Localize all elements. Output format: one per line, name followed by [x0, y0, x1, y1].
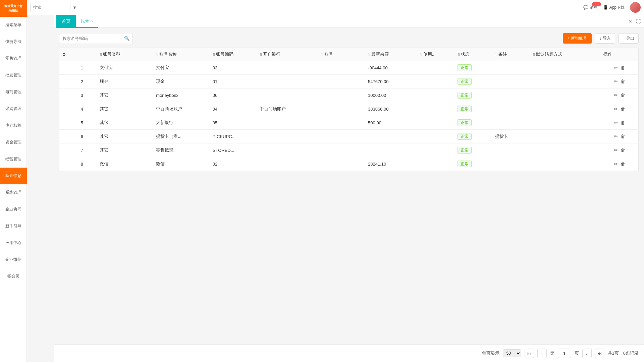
- row-account: [318, 61, 365, 75]
- tab-home[interactable]: 首页: [56, 15, 76, 28]
- row-bank: [257, 61, 318, 75]
- row-bank: [257, 116, 318, 130]
- tab-home-label: 首页: [62, 18, 70, 24]
- user-avatar[interactable]: [630, 2, 641, 13]
- app-download-label: App下载: [609, 5, 625, 10]
- search-button[interactable]: 🔍: [121, 36, 132, 41]
- delete-button[interactable]: 🗑: [620, 78, 626, 85]
- sidebar-item-system-mgmt[interactable]: 系统管理: [0, 184, 27, 201]
- sidebar-item-inventory[interactable]: 库存核算: [0, 117, 27, 134]
- row-remark: [492, 102, 530, 116]
- delete-button[interactable]: 🗑: [620, 64, 626, 71]
- row-code: 01: [210, 75, 257, 88]
- delete-button[interactable]: 🗑: [620, 92, 626, 99]
- edit-button[interactable]: ✏: [613, 106, 619, 112]
- row-default-settle: [530, 61, 601, 75]
- tab-close-icon[interactable]: ×: [91, 19, 93, 23]
- sidebar-item-wholesale-mgmt[interactable]: 批发管理: [0, 67, 27, 84]
- edit-button[interactable]: ✏: [613, 133, 619, 140]
- th-usage[interactable]: ⇅使用...: [417, 48, 455, 61]
- sidebar-item-retail-mgmt[interactable]: 零售管理: [0, 50, 27, 67]
- page-size-select[interactable]: 50 100: [503, 349, 521, 357]
- row-account: [318, 157, 365, 171]
- th-balance[interactable]: ⇅最新余额: [365, 48, 417, 61]
- sidebar-item-quick-nav[interactable]: 快捷导航: [0, 34, 27, 50]
- search-input[interactable]: [59, 34, 121, 43]
- app-download-button[interactable]: 📱 App下载: [603, 5, 625, 10]
- delete-button[interactable]: 🗑: [620, 147, 626, 154]
- tab-account[interactable]: 账号 ×: [76, 15, 98, 28]
- row-balance: [365, 143, 417, 157]
- delete-button[interactable]: 🗑: [620, 106, 626, 112]
- edit-button[interactable]: ✏: [613, 64, 619, 71]
- row-actions: ✏ 🗑: [601, 130, 638, 143]
- sidebar-item-member[interactable]: 畅会员: [0, 268, 27, 285]
- row-account: [318, 116, 365, 130]
- edit-button[interactable]: ✏: [613, 147, 619, 154]
- page-number-input[interactable]: [558, 349, 571, 358]
- last-page-button[interactable]: ⏭: [595, 349, 604, 358]
- import-button[interactable]: ↓ 导入: [595, 33, 615, 44]
- sidebar-item-new-guide[interactable]: 新手引导: [0, 218, 27, 235]
- sidebar-item-capital-mgmt[interactable]: 资金管理: [0, 134, 27, 151]
- row-bank: 中百商场账户: [257, 102, 318, 116]
- th-action: 操作: [601, 48, 638, 61]
- th-settings[interactable]: ⚙: [59, 48, 78, 61]
- row-account: [318, 130, 365, 143]
- row-bank: [257, 75, 318, 88]
- row-code: 06: [210, 88, 257, 102]
- sidebar-item-purchase-mgmt[interactable]: 采购管理: [0, 101, 27, 117]
- edit-button[interactable]: ✏: [613, 92, 619, 99]
- export-button[interactable]: ↑ 导出: [619, 33, 639, 44]
- delete-button[interactable]: 🗑: [620, 161, 626, 167]
- th-account[interactable]: ⇅账号: [318, 48, 365, 61]
- next-page-button[interactable]: ›: [582, 349, 592, 358]
- th-default-settle[interactable]: ⇅默认结算方式: [530, 48, 601, 61]
- row-remark: [492, 157, 530, 171]
- app-icon: 📱: [603, 5, 608, 10]
- row-type: 微信: [97, 157, 153, 171]
- sidebar: 畅捷通好生意 乐惠版 搜索菜单 快捷导航 零售管理 批发管理 电商管理 采购管理…: [0, 0, 27, 362]
- sidebar-item-enterprise-wechat[interactable]: 企业微信: [0, 251, 27, 268]
- row-usage: [417, 116, 455, 130]
- add-account-button[interactable]: + 新增账号: [563, 33, 592, 44]
- sidebar-item-enterprise-agreement[interactable]: 企业协同: [0, 201, 27, 218]
- row-num: 7: [78, 143, 97, 157]
- row-type: 支付宝: [97, 61, 153, 75]
- maximize-window-button[interactable]: ⛶: [635, 18, 641, 25]
- row-name: 零售抵现: [153, 143, 210, 157]
- topbar-search-input[interactable]: [30, 3, 70, 12]
- th-status[interactable]: ⇅状态: [455, 48, 492, 61]
- first-page-button[interactable]: ⏮: [525, 349, 534, 358]
- row-usage: [417, 75, 455, 88]
- sidebar-item-ops-mgmt[interactable]: 经营管理: [0, 151, 27, 168]
- sidebar-item-basic-info[interactable]: 基础信息: [0, 168, 27, 184]
- th-remark[interactable]: ⇅备注: [492, 48, 530, 61]
- message-button[interactable]: 💬 消息 99+: [583, 5, 598, 10]
- edit-button[interactable]: ✏: [613, 78, 619, 85]
- row-bank: [257, 143, 318, 157]
- edit-button[interactable]: ✏: [613, 119, 619, 126]
- page-size-label: 每页显示: [482, 350, 499, 356]
- topbar-right: 💬 消息 99+ 📱 App下载: [583, 2, 641, 13]
- sidebar-item-app-center[interactable]: 应用中心: [0, 235, 27, 251]
- row-account: [318, 88, 365, 102]
- row-actions: ✏ 🗑: [601, 116, 638, 130]
- row-code: PICKUPC...: [210, 130, 257, 143]
- th-bank[interactable]: ⇅开户银行: [257, 48, 318, 61]
- close-window-button[interactable]: ×: [628, 18, 633, 25]
- sidebar-item-ecommerce-mgmt[interactable]: 电商管理: [0, 84, 27, 101]
- topbar-dropdown-icon[interactable]: ▼: [72, 5, 77, 10]
- prev-page-button[interactable]: ‹: [537, 349, 547, 358]
- th-code[interactable]: ⇅账号编码: [210, 48, 257, 61]
- delete-button[interactable]: 🗑: [620, 119, 626, 126]
- delete-button[interactable]: 🗑: [620, 133, 626, 140]
- edit-button[interactable]: ✏: [613, 161, 619, 167]
- th-name[interactable]: ⇅账号名称: [153, 48, 210, 61]
- content-area: 🔍 + 新增账号 ↓ 导入 ↑ 导出 ⚙ ⇅账号类型: [54, 28, 644, 344]
- th-type[interactable]: ⇅账号类型: [97, 48, 153, 61]
- sidebar-item-search-menu[interactable]: 搜索菜单: [0, 17, 27, 34]
- row-code: 02: [210, 157, 257, 171]
- row-type: 其它: [97, 130, 153, 143]
- import-icon: ↓: [599, 36, 601, 41]
